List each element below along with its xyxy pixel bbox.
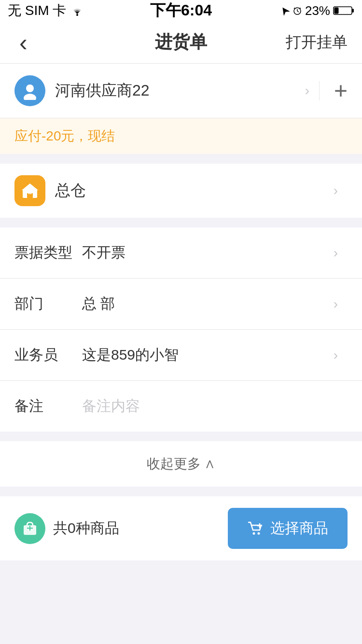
warehouse-chevron-icon: › [334, 183, 338, 198]
person-icon [21, 82, 39, 100]
svg-point-0 [76, 14, 78, 16]
collapse-button[interactable]: 收起更多 ∧ [0, 441, 362, 487]
department-row[interactable]: 部门 总 部 › [0, 279, 362, 330]
supplier-name: 河南供应商22 [55, 80, 305, 101]
select-product-label: 选择商品 [270, 518, 328, 538]
spacer [0, 154, 362, 164]
alarm-icon [292, 6, 302, 15]
svg-marker-10 [22, 183, 38, 190]
supplier-chevron-icon: › [305, 83, 309, 98]
svg-point-8 [24, 94, 36, 100]
remark-input[interactable]: 备注内容 [77, 396, 348, 416]
product-count-wrap: 共0种商品 [14, 513, 119, 544]
status-right: 23% [280, 3, 354, 18]
svg-rect-5 [352, 9, 354, 13]
battery-icon [333, 5, 354, 16]
collapse-label: 收起更多 ∧ [147, 456, 216, 471]
invoice-type-value: 不开票 [77, 243, 334, 263]
back-button[interactable]: ‹ [14, 26, 32, 59]
svg-rect-12 [28, 191, 32, 194]
status-left: 无 SIM 卡 [8, 1, 84, 20]
remark-label: 备注 [14, 396, 77, 416]
department-label: 部门 [14, 294, 77, 314]
page-title: 进货单 [155, 30, 207, 54]
product-bag-icon [21, 519, 39, 538]
form-card: 票据类型 不开票 › 部门 总 部 › 业务员 这是859的小智 › 备注 备注… [0, 227, 362, 432]
supplier-avatar [14, 75, 45, 106]
select-product-button[interactable]: 选择商品 [228, 508, 348, 549]
svg-point-7 [26, 84, 34, 92]
notice-text: 应付-20元，现结 [14, 128, 115, 143]
supplier-row[interactable]: 河南供应商22 › + [0, 64, 362, 118]
notice-bar: 应付-20元，现结 [0, 118, 362, 154]
invoice-type-label: 票据类型 [14, 243, 77, 263]
salesperson-row[interactable]: 业务员 这是859的小智 › [0, 330, 362, 381]
warehouse-icon-wrap [14, 175, 45, 206]
product-icon-wrap [14, 513, 45, 544]
salesperson-value: 这是859的小智 [77, 345, 334, 365]
location-icon [280, 6, 290, 15]
warehouse-row[interactable]: 总仓 › [0, 164, 362, 218]
status-time: 下午6:04 [150, 0, 212, 21]
invoice-type-chevron-icon: › [334, 245, 338, 261]
svg-line-3 [297, 11, 299, 12]
supplier-card: 河南供应商22 › + 应付-20元，现结 [0, 64, 362, 154]
sim-status: 无 SIM 卡 [8, 1, 66, 20]
product-count-text: 共0种商品 [53, 518, 119, 538]
status-bar: 无 SIM 卡 下午6:04 23% [0, 0, 362, 21]
warehouse-name: 总仓 [55, 180, 334, 201]
remark-row[interactable]: 备注 备注内容 [0, 381, 362, 432]
svg-point-16 [253, 532, 255, 534]
svg-point-17 [258, 532, 260, 534]
invoice-type-row[interactable]: 票据类型 不开票 › [0, 227, 362, 279]
salesperson-chevron-icon: › [334, 348, 338, 363]
main-content: 河南供应商22 › + 应付-20元，现结 总仓 › 票据类型 不开票 › [0, 64, 362, 560]
bottom-bar: 共0种商品 选择商品 [0, 496, 362, 560]
wifi-icon [70, 5, 84, 16]
nav-bar: ‹ 进货单 打开挂单 [0, 21, 362, 64]
department-chevron-icon: › [334, 296, 338, 312]
salesperson-label: 业务员 [14, 345, 77, 365]
battery-text: 23% [305, 3, 330, 18]
open-pending-button[interactable]: 打开挂单 [286, 32, 348, 53]
svg-rect-6 [334, 8, 339, 14]
department-value: 总 部 [77, 294, 334, 314]
warehouse-icon [21, 182, 39, 200]
cart-icon [247, 520, 265, 537]
add-supplier-button[interactable]: + [334, 79, 348, 102]
supplier-divider [319, 81, 320, 100]
